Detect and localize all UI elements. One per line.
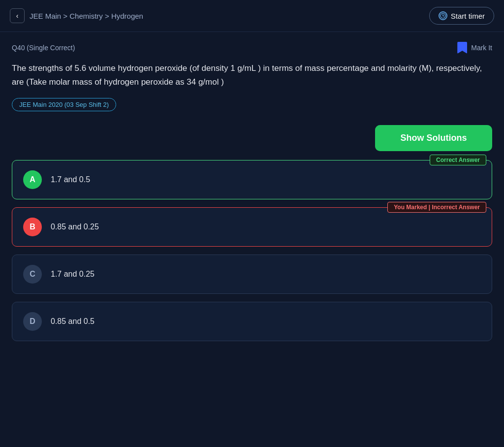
option-text-c: 1.7 and 0.25 bbox=[51, 270, 94, 279]
option-text-d: 0.85 and 0.5 bbox=[51, 317, 94, 326]
start-timer-button[interactable]: Start timer bbox=[429, 7, 494, 25]
top-navigation: ‹ JEE Main > Chemistry > Hydrogen Start … bbox=[0, 0, 504, 32]
mark-it-label: Mark It bbox=[471, 44, 492, 52]
option-text-a: 1.7 and 0.5 bbox=[51, 175, 90, 184]
question-text: The strengths of 5.6 volume hydrogen per… bbox=[12, 62, 492, 89]
option-circle-d: D bbox=[23, 312, 42, 331]
option-circle-b: B bbox=[23, 218, 42, 236]
mark-it-button[interactable]: Mark It bbox=[457, 42, 492, 54]
start-timer-label: Start timer bbox=[451, 12, 485, 20]
option-card-b[interactable]: B0.85 and 0.25 bbox=[12, 207, 492, 247]
option-circle-a: A bbox=[23, 170, 42, 189]
option-wrapper-b: You Marked | Incorrect AnswerB0.85 and 0… bbox=[12, 207, 492, 247]
show-solutions-button[interactable]: Show Solutions bbox=[375, 125, 492, 151]
nav-left: ‹ JEE Main > Chemistry > Hydrogen bbox=[10, 8, 143, 23]
option-wrapper-c: C1.7 and 0.25 bbox=[12, 255, 492, 294]
option-wrapper-d: D0.85 and 0.5 bbox=[12, 302, 492, 341]
main-content: Q40 (Single Correct) Mark It The strengt… bbox=[0, 32, 504, 359]
question-label: Q40 (Single Correct) bbox=[12, 44, 75, 52]
option-card-d[interactable]: D0.85 and 0.5 bbox=[12, 302, 492, 341]
bookmark-icon bbox=[457, 42, 467, 54]
option-wrapper-a: Correct AnswerA1.7 and 0.5 bbox=[12, 160, 492, 199]
option-circle-c: C bbox=[23, 265, 42, 284]
back-button[interactable]: ‹ bbox=[10, 8, 25, 23]
question-header: Q40 (Single Correct) Mark It bbox=[12, 42, 492, 54]
option-badge-a: Correct Answer bbox=[430, 155, 486, 165]
solutions-row: Show Solutions bbox=[12, 125, 492, 151]
option-card-a[interactable]: A1.7 and 0.5 bbox=[12, 160, 492, 199]
option-badge-b: You Marked | Incorrect Answer bbox=[387, 202, 486, 213]
option-text-b: 0.85 and 0.25 bbox=[51, 223, 99, 231]
option-card-c[interactable]: C1.7 and 0.25 bbox=[12, 255, 492, 294]
options-container: Correct AnswerA1.7 and 0.5You Marked | I… bbox=[12, 160, 492, 341]
breadcrumb: JEE Main > Chemistry > Hydrogen bbox=[30, 12, 143, 20]
question-tag: JEE Main 2020 (03 Sep Shift 2) bbox=[12, 98, 116, 111]
timer-icon bbox=[439, 11, 447, 20]
